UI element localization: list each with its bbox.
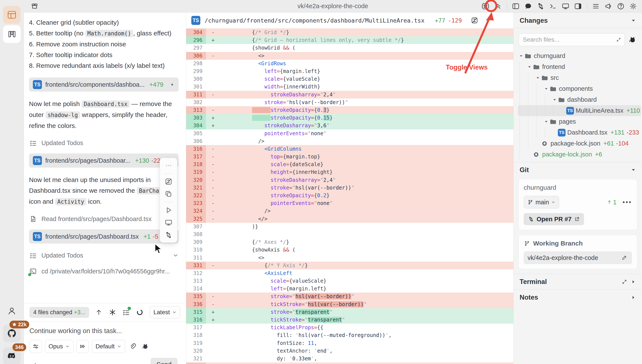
diff-header: TS /churnguard/frontend/src/components/d…: [186, 12, 513, 28]
inline-code: Activity: [55, 198, 86, 206]
tool-call-row[interactable]: cd /private/var/folders/10/h7w0q46556ggr…: [29, 267, 179, 275]
model-dropdown[interactable]: Opus: [45, 340, 74, 353]
notes-section-header[interactable]: Notes: [514, 290, 642, 305]
file-change-chip[interactable]: TSfrontend/src/components/dashboa...+479: [29, 78, 179, 92]
settings-sliders-button[interactable]: [30, 340, 42, 353]
mode-dropdown[interactable]: Default: [92, 340, 125, 353]
cat-icon[interactable]: [141, 342, 150, 351]
workspace-item-active[interactable]: [3, 6, 21, 24]
send-button[interactable]: Send: [151, 358, 177, 364]
git-compare-icon[interactable]: [536, 1, 546, 11]
caret-down-icon[interactable]: [543, 120, 549, 124]
message-input[interactable]: Continue working on this task...: [24, 322, 186, 335]
account-button[interactable]: [3, 302, 21, 320]
code-text: strokeDasharray="2,4": [221, 92, 513, 98]
settings-icon[interactable]: [628, 1, 638, 11]
tree-guide: [536, 83, 543, 94]
preview-icon[interactable]: [561, 1, 570, 11]
file-change-chip[interactable]: TSfrontend/src/pages/Dashboar...+130-22: [29, 154, 179, 168]
editor-icon[interactable]: [164, 177, 173, 186]
inline-code: Dashboard.tsx: [82, 100, 130, 108]
diff-line: 303+ strokeOpacity={0.15}: [186, 114, 513, 122]
branch-dropdown[interactable]: main: [524, 196, 559, 208]
caret-down-icon[interactable]: [535, 76, 541, 80]
terminal-icon[interactable]: [548, 1, 558, 11]
diff-code[interactable]: 304- {/* Grid */}296+ {/* Grid – horizon…: [186, 28, 513, 364]
diff-line: 320- strokeDasharray="2,4": [186, 176, 513, 184]
git-section-header[interactable]: Git: [514, 162, 642, 178]
conversation[interactable]: 4. Cleaner grid (subtler opacity)5. Bett…: [24, 12, 186, 302]
chat-icon[interactable]: [523, 1, 533, 11]
broom-icon[interactable]: [29, 362, 39, 364]
help-icon[interactable]: [616, 1, 626, 11]
todos-status-icon[interactable]: [122, 308, 130, 316]
caret-down-icon[interactable]: [518, 54, 524, 58]
chevron-down-icon[interactable]: [173, 252, 179, 258]
github-stars-badge: 22k: [10, 321, 29, 328]
spark-icon[interactable]: [109, 308, 117, 316]
attachment-icon[interactable]: [128, 342, 138, 351]
tree-item-dashboard[interactable]: dashboard: [518, 94, 641, 105]
tree-item-package-lock-json[interactable]: package-lock.json+6: [518, 149, 641, 160]
files-changed-pill[interactable]: 4 files changed +3...: [30, 307, 89, 318]
collapse-tree-icon[interactable]: [615, 37, 621, 43]
assistant-text: Now let me clean up the unused imports i…: [29, 174, 179, 207]
code-text: fontSize: 11,: [221, 340, 513, 346]
left-panel-icon[interactable]: [511, 1, 521, 11]
line-number: 303: [186, 114, 206, 122]
npm-icon: [541, 140, 548, 147]
tree-item-package-lock-json[interactable]: package-lock.json+61-104: [518, 138, 641, 149]
search-files-input[interactable]: Search files...: [519, 33, 625, 46]
tree-item-pages[interactable]: pages: [518, 116, 641, 127]
changes-section-header[interactable]: Changes: [514, 12, 642, 28]
deletions: -22: [151, 157, 160, 164]
cat-icon[interactable]: [628, 36, 637, 44]
line-number: 320: [186, 176, 206, 184]
annotation-label: Toggle Views: [446, 64, 488, 71]
announcements-icon[interactable]: [603, 1, 613, 11]
fast-forward-button[interactable]: [77, 340, 89, 353]
tree-guide: [545, 127, 551, 138]
more-options-icon[interactable]: •••: [622, 198, 632, 206]
line-number: 307: [186, 223, 206, 230]
tree-item-multilinearea-tsx[interactable]: TSMultiLineArea.tsx+110-162: [518, 105, 641, 116]
terminal-section-header[interactable]: Terminal: [514, 274, 642, 290]
latest-dropdown[interactable]: Latest: [150, 306, 180, 318]
tool-call-row[interactable]: Read frontend/src/pages/Dashboard.tsx: [29, 215, 179, 223]
run-icon[interactable]: [164, 206, 173, 214]
tree-item-churnguard[interactable]: churnguard: [518, 50, 641, 62]
line-number: 317: [186, 153, 206, 160]
chevron-down-icon[interactable]: [483, 16, 492, 25]
file-change-chip[interactable]: TSfrontend/src/pages/Dashboard.tsx+1-5: [29, 230, 179, 244]
menu-icon[interactable]: [591, 1, 601, 11]
expand-icon[interactable]: [621, 279, 627, 285]
caret-down-icon[interactable]: [551, 98, 558, 102]
collapse-up-icon[interactable]: [493, 1, 503, 11]
tree-item-dashboard-tsx[interactable]: TSDashboard.tsx+131-233: [518, 127, 641, 138]
archive-box-icon[interactable]: [30, 1, 40, 11]
push-up-icon[interactable]: [95, 308, 103, 316]
git-compare-icon[interactable]: [164, 230, 173, 240]
preview-icon[interactable]: [164, 218, 173, 227]
edit-branch-icon[interactable]: [620, 254, 628, 262]
toggle-views-icon[interactable]: [480, 1, 490, 11]
caret-down-icon[interactable]: [526, 65, 533, 69]
open-pr-button[interactable]: Open PR #7: [524, 213, 584, 225]
workspace-item[interactable]: [3, 25, 21, 43]
code-text: {showAxis && (: [221, 247, 513, 253]
right-panel-icon[interactable]: [573, 1, 583, 11]
file-path: frontend/src/pages/Dashboard.tsx: [45, 233, 139, 240]
working-branch-input[interactable]: vk/4e2a-explore-the-code: [524, 251, 632, 264]
copy-icon[interactable]: [164, 190, 173, 198]
tool-call-row[interactable]: Updated Todos: [29, 139, 179, 147]
tree-item-frontend[interactable]: frontend: [518, 62, 641, 72]
diff-view-toggle-icon[interactable]: [470, 16, 479, 25]
tree-item-components[interactable]: components: [518, 83, 641, 94]
code-text: stroke="hsl(var(--border))": [221, 185, 513, 191]
tree-guide: [536, 127, 543, 138]
drag-handle-icon[interactable]: [164, 161, 173, 170]
code-text: tickLabelProps={{: [221, 324, 513, 330]
caret-down-icon[interactable]: [543, 87, 549, 91]
tree-item-src[interactable]: src: [518, 72, 641, 83]
commits-ahead[interactable]: 1: [606, 199, 616, 206]
